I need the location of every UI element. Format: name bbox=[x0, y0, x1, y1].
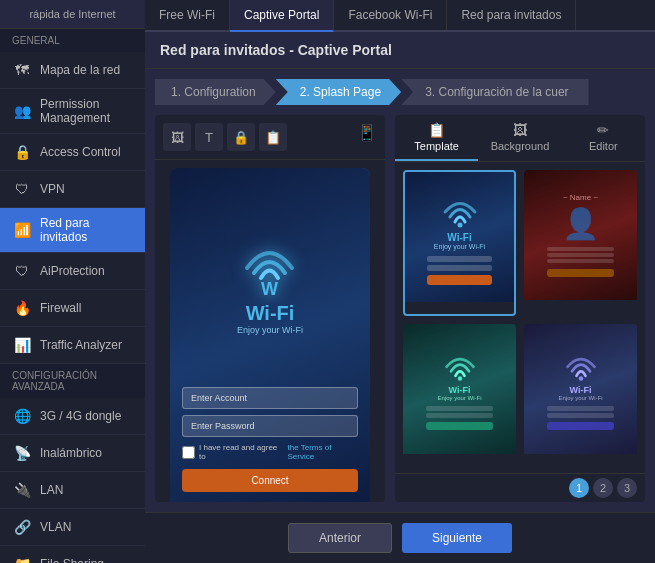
image-toolbar-icon[interactable]: 🖼 bbox=[163, 123, 191, 151]
svg-point-1 bbox=[457, 222, 462, 227]
tab-background[interactable]: 🖼 Background bbox=[478, 115, 561, 161]
sidebar-item-label: Permission Management bbox=[40, 97, 133, 125]
map-icon: 🗺 bbox=[12, 60, 32, 80]
phone-password-input[interactable]: Enter Password bbox=[182, 415, 358, 437]
wizard-steps: 1. Configuration 2. Splash Page 3. Confi… bbox=[155, 79, 645, 105]
right-panel: 📋 Template 🖼 Background ✏ Editor bbox=[395, 115, 645, 502]
plug-icon: 🔌 bbox=[12, 480, 32, 500]
svg-text:W: W bbox=[261, 279, 278, 298]
sidebar-item-label: AiProtection bbox=[40, 264, 105, 278]
sidebar-item-traffic[interactable]: 📊 Traffic Analyzer bbox=[0, 327, 145, 364]
phone-preview: W Wi-Fi Enjoy your Wi-Fi Enter Account E… bbox=[155, 160, 385, 502]
template-card-2[interactable]: ~ Name ~ 👤 bbox=[524, 170, 637, 316]
tpl3-wifi-svg bbox=[442, 347, 478, 383]
sidebar-item-vpn[interactable]: 🛡 VPN bbox=[0, 171, 145, 208]
sidebar-top-item[interactable]: rápida de Internet bbox=[0, 0, 145, 29]
phone-form: Enter Account Enter Password I have read… bbox=[170, 379, 370, 502]
bottom-bar: Anterior Siguiente bbox=[145, 512, 655, 563]
page-title: Red para invitados - Captive Portal bbox=[145, 32, 655, 69]
next-button[interactable]: Siguiente bbox=[402, 523, 512, 553]
sidebar-item-mapa-red[interactable]: 🗺 Mapa de la red bbox=[0, 52, 145, 89]
phone-account-input[interactable]: Enter Account bbox=[182, 387, 358, 409]
page-1-button[interactable]: 1 bbox=[569, 478, 589, 498]
step-splash-page[interactable]: 2. Splash Page bbox=[276, 79, 401, 105]
sidebar-item-label: Access Control bbox=[40, 145, 121, 159]
right-tab-bar: 📋 Template 🖼 Background ✏ Editor bbox=[395, 115, 645, 162]
template-card-1[interactable]: Wi-Fi Enjoy your Wi-Fi bbox=[403, 170, 516, 316]
tab-background-label: Background bbox=[491, 140, 550, 152]
sidebar-item-label: Traffic Analyzer bbox=[40, 338, 122, 352]
sidebar-item-label: Red para invitados bbox=[40, 216, 133, 244]
sidebar-item-label: VLAN bbox=[40, 520, 71, 534]
tab-red-invitados[interactable]: Red para invitados bbox=[447, 0, 576, 30]
terms-checkbox[interactable] bbox=[182, 446, 195, 459]
prev-button[interactable]: Anterior bbox=[288, 523, 392, 553]
tab-template-label: Template bbox=[414, 140, 459, 152]
template-grid: Wi-Fi Enjoy your Wi-Fi ~ Name ~ bbox=[395, 162, 645, 473]
page-2-button[interactable]: 2 bbox=[593, 478, 613, 498]
sidebar-item-red-invitados[interactable]: 📶 Red para invitados bbox=[0, 208, 145, 253]
svg-point-3 bbox=[578, 376, 583, 381]
copy-toolbar-icon[interactable]: 📋 bbox=[259, 123, 287, 151]
connect-button[interactable]: Connect bbox=[182, 469, 358, 492]
folder-icon: 📁 bbox=[12, 554, 32, 563]
page-3-button[interactable]: 3 bbox=[617, 478, 637, 498]
tab-editor-label: Editor bbox=[589, 140, 618, 152]
checkbox-text: I have read and agree to bbox=[199, 443, 283, 461]
firewall-icon: 🔥 bbox=[12, 298, 32, 318]
sidebar-section-general: General bbox=[0, 29, 145, 52]
step-configuration[interactable]: 1. Configuration bbox=[155, 79, 276, 105]
icon-toolbar: 🖼 T 🔒 📋 📱 bbox=[155, 115, 385, 160]
tab-facebook-wifi[interactable]: Facebook Wi-Fi bbox=[334, 0, 447, 30]
wifi-subtitle: Enjoy your Wi-Fi bbox=[237, 325, 303, 335]
sidebar-item-label: Mapa de la red bbox=[40, 63, 120, 77]
left-panel: 🖼 T 🔒 📋 📱 bbox=[155, 115, 385, 502]
tpl4-wifi-svg bbox=[563, 347, 599, 383]
editor-icon: ✏ bbox=[569, 122, 638, 138]
wifi-icon: 📶 bbox=[12, 220, 32, 240]
panel-area: 🖼 T 🔒 📋 📱 bbox=[155, 115, 645, 502]
sidebar-item-inalambrico[interactable]: 📡 Inalámbrico bbox=[0, 435, 145, 472]
template-card-4[interactable]: Wi-Fi Enjoy your Wi-Fi bbox=[524, 324, 637, 466]
phone-content: W Wi-Fi Enjoy your Wi-Fi Enter Account E… bbox=[170, 168, 370, 502]
phone-checkbox[interactable]: I have read and agree to the Terms of Se… bbox=[182, 443, 358, 461]
phone-toolbar-icon[interactable]: 📱 bbox=[357, 123, 377, 151]
lock-toolbar-icon[interactable]: 🔒 bbox=[227, 123, 255, 151]
pagination: 1 2 3 bbox=[395, 473, 645, 502]
sidebar-item-label: File Sharing bbox=[40, 557, 104, 563]
lock-icon: 🔒 bbox=[12, 142, 32, 162]
tab-captive-portal[interactable]: Captive Portal bbox=[230, 0, 334, 32]
main-content: Free Wi-Fi Captive Portal Facebook Wi-Fi… bbox=[145, 0, 655, 563]
step-configuracion[interactable]: 3. Configuración de la cuer bbox=[401, 79, 588, 105]
sidebar-item-label: VPN bbox=[40, 182, 65, 196]
tab-editor[interactable]: ✏ Editor bbox=[562, 115, 645, 161]
sidebar-item-label: 3G / 4G dongle bbox=[40, 409, 121, 423]
template-icon: 📋 bbox=[402, 122, 471, 138]
wifi-logo-svg: W bbox=[237, 233, 302, 298]
tab-free-wifi[interactable]: Free Wi-Fi bbox=[145, 0, 230, 30]
sidebar-item-filesharing[interactable]: 📁 File Sharing bbox=[0, 546, 145, 563]
protection-icon: 🛡 bbox=[12, 261, 32, 281]
content-area: 1. Configuration 2. Splash Page 3. Confi… bbox=[145, 69, 655, 512]
sidebar-item-dongle[interactable]: 🌐 3G / 4G dongle bbox=[0, 398, 145, 435]
sidebar-item-access[interactable]: 🔒 Access Control bbox=[0, 134, 145, 171]
sidebar-item-permission[interactable]: 👥 Permission Management bbox=[0, 89, 145, 134]
sidebar-item-vlan[interactable]: 🔗 VLAN bbox=[0, 509, 145, 546]
template-card-3[interactable]: Wi-Fi Enjoy your Wi-Fi bbox=[403, 324, 516, 466]
phone-screen: W Wi-Fi Enjoy your Wi-Fi Enter Account E… bbox=[170, 168, 370, 502]
sidebar-item-label: LAN bbox=[40, 483, 63, 497]
tab-template[interactable]: 📋 Template bbox=[395, 115, 478, 161]
wifi-logo-area: W Wi-Fi Enjoy your Wi-Fi bbox=[237, 168, 303, 379]
sidebar: rápida de Internet General 🗺 Mapa de la … bbox=[0, 0, 145, 563]
text-toolbar-icon[interactable]: T bbox=[195, 123, 223, 151]
wifi-title: Wi-Fi bbox=[246, 302, 295, 325]
tab-bar: Free Wi-Fi Captive Portal Facebook Wi-Fi… bbox=[145, 0, 655, 32]
chart-icon: 📊 bbox=[12, 335, 32, 355]
svg-point-2 bbox=[457, 376, 462, 381]
sidebar-item-firewall[interactable]: 🔥 Firewall bbox=[0, 290, 145, 327]
sidebar-item-lan[interactable]: 🔌 LAN bbox=[0, 472, 145, 509]
sidebar-item-aiprotection[interactable]: 🛡 AiProtection bbox=[0, 253, 145, 290]
terms-link[interactable]: the Terms of Service bbox=[287, 443, 358, 461]
users-icon: 👥 bbox=[12, 101, 32, 121]
globe-icon: 🌐 bbox=[12, 406, 32, 426]
